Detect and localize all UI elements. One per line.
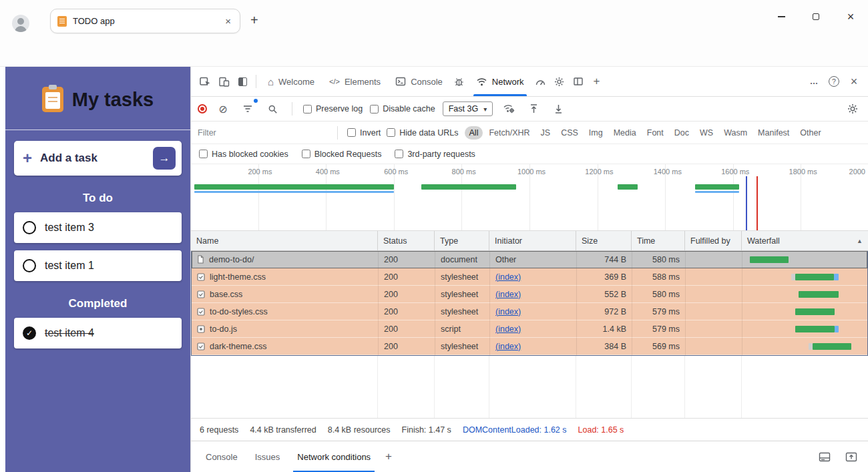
tab-close-icon[interactable]: ×	[223, 15, 233, 27]
invert-checkbox[interactable]: Invert	[347, 128, 381, 138]
drawer-tab-issues[interactable]: Issues	[248, 441, 287, 472]
devtools-tabbar: ⌂ Welcome </> Elements Console Network	[191, 67, 868, 97]
export-har-icon[interactable]	[550, 100, 567, 117]
waterfall-bar	[799, 291, 839, 298]
has-blocked-cookies-label: Has blocked cookies	[212, 150, 288, 159]
todo-item[interactable]: test item 3	[14, 212, 182, 243]
layout-icon[interactable]	[570, 73, 587, 90]
table-row[interactable]: to-do-styles.css 200 stylesheet (index) …	[192, 303, 867, 320]
tab-network[interactable]: Network	[469, 67, 531, 96]
table-row[interactable]: dark-theme.css 200 stylesheet (index) 38…	[192, 338, 867, 355]
tab-welcome-label: Welcome	[278, 77, 314, 87]
completed-item[interactable]: ✓ test item 4	[14, 318, 182, 348]
table-row[interactable]: demo-to-do/ 200 document Other 744 B 580…	[192, 251, 867, 268]
finish-time: Finish: 1.47 s	[402, 425, 451, 435]
filter-chip-css[interactable]: CSS	[556, 126, 583, 140]
column-header-time[interactable]: Time	[632, 231, 685, 250]
help-button[interactable]: ?	[825, 73, 843, 90]
table-row[interactable]: light-theme.css 200 stylesheet (index) 3…	[192, 268, 867, 286]
waterfall-bar	[795, 326, 835, 332]
filter-chip-other[interactable]: Other	[795, 126, 825, 140]
arrow-right-icon: →	[159, 152, 170, 165]
expand-drawer-icon[interactable]	[843, 448, 860, 465]
column-header-status[interactable]: Status	[378, 231, 435, 250]
stylesheet-icon	[197, 290, 205, 298]
devtools-close-button[interactable]: ×	[845, 73, 863, 90]
column-header-waterfall[interactable]: Waterfall ▲	[742, 231, 868, 250]
filter-chip-all[interactable]: All	[465, 126, 483, 140]
add-task-form[interactable]: + Add a task →	[14, 141, 182, 176]
stylesheet-icon	[197, 342, 205, 350]
performance-icon[interactable]	[532, 73, 550, 90]
filter-chip-media[interactable]: Media	[609, 126, 641, 140]
add-drawer-tab-button[interactable]: +	[381, 450, 396, 463]
add-task-submit-button[interactable]: →	[153, 147, 176, 170]
browser-tab[interactable]: TODO app ×	[50, 9, 240, 33]
request-initiator-link[interactable]: (index)	[495, 307, 521, 316]
filter-chip-ws[interactable]: WS	[695, 126, 718, 140]
tab-welcome[interactable]: ⌂ Welcome	[261, 67, 321, 96]
filter-funnel-icon[interactable]	[239, 100, 256, 117]
import-har-icon[interactable]	[525, 100, 542, 117]
timeline-tick: 600 ms	[384, 168, 408, 176]
column-header-type[interactable]: Type	[435, 231, 489, 250]
filter-chip-font[interactable]: Font	[642, 126, 668, 140]
filter-chip-img[interactable]: Img	[584, 126, 608, 140]
record-network-log-button[interactable]	[198, 104, 207, 113]
table-row[interactable]: to-do.js 200 script (index) 1.4 kB 579 m…	[192, 320, 867, 338]
blocked-requests-checkbox[interactable]: Blocked Requests	[302, 150, 382, 159]
inspect-element-icon[interactable]	[196, 73, 214, 90]
filter-chip-doc[interactable]: Doc	[670, 126, 694, 140]
dock-side-icon[interactable]	[234, 73, 251, 90]
task-checkbox-unchecked[interactable]	[23, 259, 36, 272]
devtools-menu-button[interactable]: …	[805, 73, 823, 90]
drawer-tab-network-conditions[interactable]: Network conditions	[290, 441, 377, 472]
profile-avatar-icon[interactable]	[12, 15, 29, 32]
request-initiator-link[interactable]: (index)	[495, 324, 521, 334]
filter-chip-manifest[interactable]: Manifest	[753, 126, 794, 140]
disable-cache-checkbox[interactable]: Disable cache	[370, 104, 435, 113]
column-header-initiator[interactable]: Initiator	[489, 231, 576, 250]
column-header-name[interactable]: Name	[191, 231, 378, 250]
todo-item[interactable]: test item 1	[14, 250, 182, 281]
request-initiator-link[interactable]: (index)	[495, 342, 521, 351]
filter-input[interactable]	[198, 128, 328, 138]
request-initiator-link[interactable]: (index)	[495, 290, 521, 299]
tab-elements[interactable]: </> Elements	[322, 67, 387, 96]
window-close-button[interactable]: ×	[833, 0, 868, 33]
bug-icon[interactable]	[451, 73, 468, 90]
filter-chip-wasm[interactable]: Wasm	[719, 126, 752, 140]
task-checkbox-unchecked[interactable]	[23, 221, 36, 234]
add-task-label[interactable]: Add a task	[40, 152, 153, 165]
maximize-button[interactable]	[799, 0, 833, 33]
network-overview-timeline[interactable]: 200 ms 400 ms 600 ms 800 ms 1000 ms 1200…	[191, 164, 868, 231]
network-settings-gear-icon[interactable]	[844, 100, 861, 117]
dock-drawer-icon[interactable]	[816, 448, 833, 465]
more-panels-button[interactable]: +	[588, 73, 606, 90]
drawer-tab-console[interactable]: Console	[199, 441, 244, 472]
new-tab-button[interactable]: +	[250, 13, 258, 27]
network-conditions-icon[interactable]	[500, 100, 517, 117]
preserve-log-label: Preserve log	[316, 104, 363, 113]
tab-favicon-icon	[57, 16, 67, 27]
search-icon[interactable]	[264, 100, 281, 117]
device-toolbar-icon[interactable]	[215, 73, 232, 90]
tab-console[interactable]: Console	[389, 67, 449, 96]
column-header-size[interactable]: Size	[576, 231, 632, 250]
has-blocked-cookies-checkbox[interactable]: Has blocked cookies	[199, 150, 288, 159]
column-header-fulfilled-by[interactable]: Fulfilled by	[685, 231, 742, 250]
third-party-requests-checkbox[interactable]: 3rd-party requests	[395, 150, 475, 159]
minimize-button[interactable]	[764, 0, 799, 33]
table-row[interactable]: base.css 200 stylesheet (index) 552 B 58…	[192, 286, 867, 303]
clear-network-log-icon[interactable]: ⊘	[214, 100, 232, 117]
filter-chip-fetch-xhr[interactable]: Fetch/XHR	[484, 126, 534, 140]
task-checkbox-checked[interactable]: ✓	[23, 326, 36, 340]
preserve-log-checkbox[interactable]: Preserve log	[303, 104, 363, 113]
hide-data-urls-checkbox[interactable]: Hide data URLs	[387, 128, 458, 138]
filter-chip-js[interactable]: JS	[536, 126, 556, 140]
disable-cache-label: Disable cache	[383, 104, 435, 113]
request-initiator-link[interactable]: (index)	[495, 272, 521, 282]
throttling-select[interactable]: Fast 3G ▾	[443, 101, 493, 116]
task-label: test item 1	[45, 260, 94, 272]
application-icon[interactable]	[551, 73, 568, 90]
